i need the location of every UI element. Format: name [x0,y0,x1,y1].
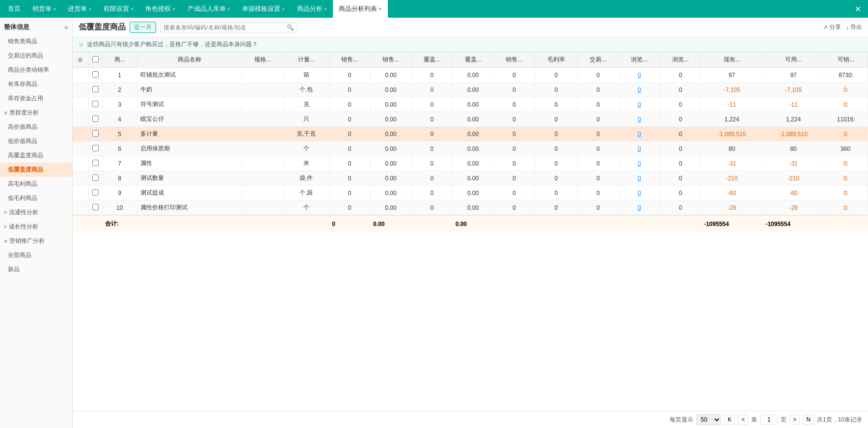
row-current: -31 [701,156,762,171]
total-name [137,215,242,232]
row-checkbox[interactable] [92,101,99,107]
page-unit: 页 [781,416,787,424]
sidebar-item-category-rate[interactable]: 商品分类动销率 [0,63,72,77]
nav-close-sales[interactable]: × [53,6,56,12]
row-checkbox[interactable] [92,204,99,210]
sidebar-item-low-value[interactable]: 低价值商品 [0,134,72,148]
sidebar-collapse-btn[interactable]: « [64,23,68,31]
row-grossrate: 0 [535,112,577,127]
sidebar-item-high-value[interactable]: 高价值商品 [0,120,72,134]
date-filter-button[interactable]: 近一月 [130,22,156,33]
total-sellable [824,215,868,232]
nav-analysis[interactable]: 商品分析 × [291,0,333,18]
row-checkbox-cell [88,112,102,127]
row-checkbox[interactable] [92,115,99,122]
sidebar-item-new-goods[interactable]: 新品 [0,262,72,277]
search-icon[interactable]: 🔍 [287,24,294,31]
nav-sales[interactable]: 销货单 × [27,0,62,18]
nav-roles[interactable]: 角色授权 × [139,0,181,18]
row-available: 80 [762,142,824,156]
row-checkbox[interactable] [92,160,99,166]
nav-close-production[interactable]: × [227,6,230,12]
row-browse2: 0 [660,171,701,186]
nav-template[interactable]: 单据模板设置 × [236,0,291,18]
settings-col-header[interactable]: ⚙ [73,52,88,68]
last-page-button[interactable]: N [803,415,814,425]
sidebar-item-sales-goods[interactable]: 销售类商品 [0,34,72,49]
total-browse1 [619,215,660,232]
sales2-col-header: 销售... [370,52,411,68]
window-close-button[interactable]: ✕ [850,4,866,14]
checkbox-col-header [88,52,102,68]
nav-permissions[interactable]: 权限设置 × [98,0,139,18]
row-name: 启用保质期 [137,142,242,156]
row-checkbox[interactable] [92,130,99,137]
nav-close-roles[interactable]: × [172,6,175,12]
sidebar-item-low-margin[interactable]: 低毛利商品 [0,191,72,205]
sidebar-section-liquidity[interactable]: > 流通性分析 [0,205,72,220]
nav-close-template[interactable]: × [282,6,285,12]
sidebar-section-marketing[interactable]: ∨ 营销推广分析 [0,234,72,248]
row-grossrate: 0 [535,127,577,142]
sidebar-item-high-coverage[interactable]: 高覆盖度商品 [0,148,72,163]
row-no: 9 [102,186,137,200]
row-available: -11 [762,97,824,112]
info-banner: ☆ 这些商品只有很少客户购买过，是推广不够，还是商品本身问题？ [73,37,868,52]
table-header-row: ⚙ 商... 商品名称 规格... 计量... 销售... 销售... 覆盖..… [73,52,868,68]
sidebar-item-traded-goods[interactable]: 交易过的商品 [0,49,72,63]
row-spec [242,127,283,142]
table-row: 10 属性价格打印测试 个 0 0.00 0 0.00 0 0 0 0 0 -2… [73,200,868,216]
sidebar-item-all-goods[interactable]: 全部商品 [0,248,72,262]
row-spec [242,97,283,112]
row-spec [242,142,283,156]
sidebar-item-stock-capital[interactable]: 库存资金占用 [0,91,72,106]
row-checkbox-cell [88,68,102,83]
page-size-select[interactable]: 10 20 50 100 [696,414,721,425]
row-cover1: 0 [411,97,453,112]
nav-production[interactable]: 产成品入库单 × [182,0,236,18]
row-cover1: 0 [411,142,453,156]
row-sales2: 0.00 [370,127,411,142]
nav-close-analysis[interactable]: × [324,6,327,12]
nav-analysis-list[interactable]: 商品分析列表 × [333,0,387,18]
nav-close-analysis-list[interactable]: × [379,6,381,12]
sidebar-item-in-stock[interactable]: 有库存商品 [0,77,72,91]
sidebar-section-cluster[interactable]: ∨ 类群度分析 [0,106,72,120]
nav-home[interactable]: 首页 [2,0,27,18]
row-current: 80 [701,142,762,156]
nav-close-purchase[interactable]: × [88,6,91,12]
share-button[interactable]: ↗ 分享 [823,23,841,31]
export-button[interactable]: ↓ 导出 [846,23,862,31]
row-no: 1 [102,68,137,83]
next-page-button[interactable]: > [789,415,800,425]
first-page-button[interactable]: K [724,415,735,425]
select-all-checkbox[interactable] [92,56,99,62]
page-number-input[interactable] [760,415,778,425]
row-checkbox[interactable] [92,174,99,181]
settings-icon[interactable]: ⚙ [78,57,83,63]
sidebar-item-low-coverage[interactable]: 低覆盖度商品 [0,163,72,177]
sidebar-section-growth[interactable]: > 成长性分析 [0,220,72,234]
top-nav: 首页 销货单 × 进货单 × 权限设置 × 角色授权 × 产成品入库单 × 单据… [0,0,868,18]
row-sellable: 8730: [824,68,868,83]
row-checkbox[interactable] [92,71,99,78]
data-table: ⚙ 商... 商品名称 规格... 计量... 销售... 销售... 覆盖..… [73,52,868,232]
search-input[interactable] [163,24,287,31]
available-col-header: 可用... [762,52,824,68]
sidebar: 整体信息 « 销售类商品 交易过的商品 商品分类动销率 有库存商品 库存资金占用… [0,18,73,428]
nav-close-permissions[interactable]: × [131,6,134,12]
row-cover2: 0.00 [453,127,494,142]
row-spec [242,112,283,127]
row-checkbox[interactable] [92,189,99,196]
row-checkbox[interactable] [92,145,99,151]
row-browse2: 0 [660,156,701,171]
row-grossrate: 0 [535,68,577,83]
row-checkbox[interactable] [92,86,99,92]
row-spec [242,186,283,200]
nav-purchase[interactable]: 进货单 × [62,0,97,18]
sidebar-item-high-margin[interactable]: 高毛利商品 [0,177,72,191]
prev-page-button[interactable]: < [738,415,748,425]
search-box: 🔍 [160,23,298,32]
row-sales3: 0 [493,156,535,171]
row-available: -28 [762,200,824,216]
